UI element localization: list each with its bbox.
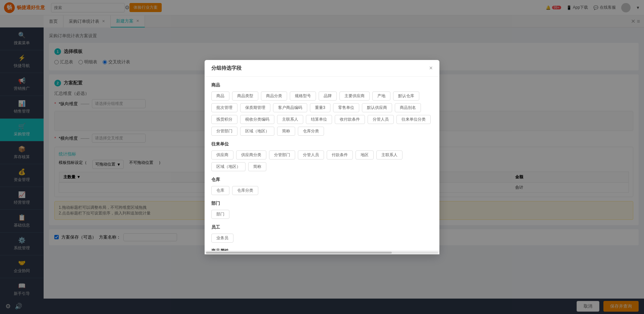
field-tag[interactable]: 产地 <box>372 91 390 101</box>
field-tag[interactable]: 主联系人 <box>376 150 402 160</box>
field-tag[interactable]: 往来单位分类 <box>396 115 431 124</box>
field-tag[interactable]: 税收分类编码 <box>240 115 274 124</box>
field-category-title-partner: 往来单位 <box>211 141 433 147</box>
field-tag[interactable]: 简称 <box>277 127 295 136</box>
field-category-goods: 商品商品商品类型商品分类规格型号品牌主要供应商产地默认仓库批次管理保质期管理客户… <box>211 82 433 136</box>
field-tag[interactable]: 商品别名 <box>395 103 421 112</box>
modal-header: 分组待选字段 × <box>205 60 439 77</box>
field-tag[interactable]: 地区 <box>356 150 374 160</box>
field-tags-warehouse: 仓库仓库分类 <box>211 186 433 195</box>
modal-body: 商品商品商品类型商品分类规格型号品牌主要供应商产地默认仓库批次管理保质期管理客户… <box>205 77 439 251</box>
field-tag[interactable]: 零售单位 <box>333 103 359 112</box>
field-category-title-employee: 员工 <box>211 224 433 230</box>
field-tag[interactable]: 仓库 <box>211 186 229 195</box>
field-tag[interactable]: 品牌 <box>319 91 337 101</box>
field-tag[interactable]: 客户商品编码 <box>273 103 307 112</box>
field-tag[interactable]: 批次管理 <box>211 103 237 112</box>
field-category-title-attribute: 商品属性 <box>211 248 433 251</box>
field-tag[interactable]: 默认仓库 <box>393 91 419 101</box>
field-tag[interactable]: 规格型号 <box>290 91 316 101</box>
field-tag[interactable]: 保质期管理 <box>240 103 270 112</box>
modal-title: 分组待选字段 <box>211 65 241 71</box>
field-tag[interactable]: 商品类型 <box>232 91 258 101</box>
field-tag[interactable]: 区域（地区） <box>211 162 246 171</box>
field-tag[interactable]: 供应商分类 <box>236 150 266 160</box>
field-tag[interactable]: 部门 <box>211 210 229 219</box>
field-tag[interactable]: 商品 <box>211 91 229 101</box>
h-scrollbar-thumb[interactable] <box>206 252 392 254</box>
field-tags-partner: 供应商供应商分类分管部门分管人员付款条件地区主联系人区域（地区）简称 <box>211 150 433 171</box>
field-tags-department: 部门 <box>211 210 433 219</box>
modal-close-button[interactable]: × <box>429 65 433 72</box>
field-tag[interactable]: 重量3 <box>310 103 330 112</box>
field-tag[interactable]: 结算单位 <box>306 115 332 124</box>
field-category-attribute: 商品属性属性颜色多规格尺码鞋码1 <box>211 248 433 251</box>
field-category-employee: 员工业务员 <box>211 224 433 243</box>
field-category-department: 部门部门 <box>211 200 433 219</box>
field-category-title-goods: 商品 <box>211 82 433 88</box>
field-category-title-department: 部门 <box>211 200 433 206</box>
field-tag[interactable]: 业务员 <box>211 234 233 243</box>
field-tags-employee: 业务员 <box>211 234 433 243</box>
field-tag[interactable]: 拣货积分 <box>211 115 237 124</box>
field-tag[interactable]: 分管人员 <box>298 150 324 160</box>
field-tag[interactable]: 分管部门 <box>211 127 237 136</box>
field-tag[interactable]: 收付款条件 <box>335 115 365 124</box>
field-tag[interactable]: 分管部门 <box>269 150 295 160</box>
field-category-warehouse: 仓库仓库仓库分类 <box>211 177 433 195</box>
field-tag[interactable]: 简称 <box>248 162 266 171</box>
field-tag[interactable]: 付款条件 <box>327 150 353 160</box>
field-category-partner: 往来单位供应商供应商分类分管部门分管人员付款条件地区主联系人区域（地区）简称 <box>211 141 433 171</box>
field-tag[interactable]: 默认供应商 <box>362 103 392 112</box>
field-tags-goods: 商品商品类型商品分类规格型号品牌主要供应商产地默认仓库批次管理保质期管理客户商品… <box>211 91 433 136</box>
h-scrollbar-track <box>206 252 438 254</box>
field-category-title-warehouse: 仓库 <box>211 177 433 183</box>
modal-scrollbar-bottom <box>205 251 439 254</box>
modal-overlay: 分组待选字段 × 商品商品商品类型商品分类规格型号品牌主要供应商产地默认仓库批次… <box>0 0 644 314</box>
field-tag[interactable]: 商品分类 <box>261 91 287 101</box>
field-tag[interactable]: 分管人员 <box>368 115 394 124</box>
modal-dialog: 分组待选字段 × 商品商品商品类型商品分类规格型号品牌主要供应商产地默认仓库批次… <box>205 60 439 254</box>
field-tag[interactable]: 主要供应商 <box>339 91 370 101</box>
field-tag[interactable]: 仓库分类 <box>298 127 324 136</box>
field-tag[interactable]: 区域（地区） <box>240 127 274 136</box>
field-tag[interactable]: 仓库分类 <box>232 186 258 195</box>
field-tag[interactable]: 主联系人 <box>277 115 303 124</box>
field-tag[interactable]: 供应商 <box>211 150 233 160</box>
